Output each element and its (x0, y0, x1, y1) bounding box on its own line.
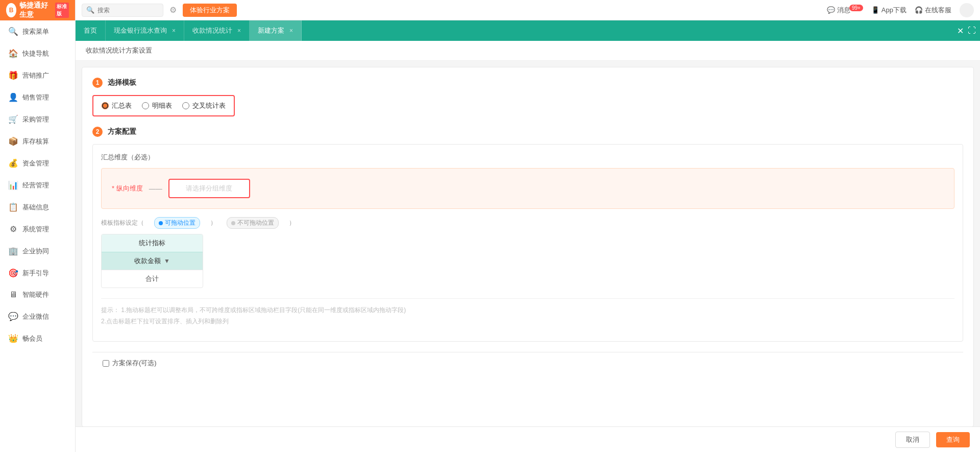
notification-icon: 💬 (827, 6, 835, 14)
radio-detail-input[interactable] (142, 102, 149, 109)
sidebar-label-wechat: 企业微信 (22, 312, 49, 321)
topbar: 🔍 ⚙ 体验行业方案 💬 消息 99+ 📱 App下载 🎧 在线客服 (76, 0, 980, 20)
tab-home-label: 首页 (84, 26, 97, 35)
search-icon: 🔍 (8, 27, 18, 36)
notification-item[interactable]: 💬 消息 99+ (827, 6, 863, 15)
tab-receipt[interactable]: 收款情况统计 × (184, 20, 250, 41)
tab-bank-label: 现金银行流水查询 (114, 26, 167, 35)
support-item[interactable]: 🎧 在线客服 (915, 6, 951, 15)
sidebar-item-guide[interactable]: 🎯 新手引导 (0, 262, 75, 284)
tip-item-2: 2.点击标题栏下拉可设置排序、插入列和删除列 (101, 316, 954, 327)
tab-newplan-label: 新建方案 (258, 26, 284, 35)
step2-header: 2 方案配置 (92, 127, 963, 137)
sidebar-label-purchase: 采购管理 (22, 115, 49, 124)
radio-cross[interactable]: 交叉统计表 (182, 101, 226, 110)
step2-number: 2 (92, 127, 103, 137)
sidebar-item-purchase[interactable]: 🛒 采购管理 (0, 108, 75, 130)
dimension-label: * 纵向维度 (112, 184, 143, 193)
tab-newplan-close[interactable]: × (289, 27, 293, 34)
stat-total-label: 合计 (145, 275, 159, 282)
sidebar-item-enterprise[interactable]: 🏢 企业协同 (0, 240, 75, 262)
step1-title: 选择模板 (108, 78, 136, 87)
save-option[interactable]: 方案保存(可选) (103, 359, 157, 368)
dimension-placeholder: 请选择分组维度 (186, 184, 232, 192)
query-button[interactable]: 查询 (936, 432, 970, 447)
crown-icon: 👑 (8, 334, 18, 343)
download-item[interactable]: 📱 App下载 (871, 6, 906, 15)
template-selection: 汇总表 明细表 交叉统计表 (92, 95, 235, 116)
tab-bank[interactable]: 现金银行流水查询 × (106, 20, 184, 41)
sidebar-item-member[interactable]: 👑 畅会员 (0, 327, 75, 349)
tabbar: 首页 现金银行流水查询 × 收款情况统计 × 新建方案 × ✕ ⛶ (76, 20, 980, 41)
gear-icon[interactable]: ⚙ (169, 5, 177, 15)
stat-title-label: 统计指标 (139, 239, 165, 248)
stat-amount-label: 收款金额 (134, 256, 161, 266)
sidebar-item-marketing[interactable]: 🎁 营销推广 (0, 64, 75, 86)
expand-icon[interactable]: ⛶ (968, 26, 976, 36)
tab-newplan[interactable]: 新建方案 × (250, 20, 302, 41)
chat-icon: 💬 (8, 312, 18, 321)
sidebar-item-inventory[interactable]: 📦 库存核算 (0, 130, 75, 152)
sidebar-item-operations[interactable]: 📊 经营管理 (0, 174, 75, 196)
user-avatar[interactable] (960, 3, 974, 17)
dimension-row: * 纵向维度 —— 请选择分组维度 (112, 179, 944, 198)
unmovable-dot (231, 221, 235, 225)
tabbar-controls: ✕ ⛶ (957, 26, 980, 36)
cart-icon: 🛒 (8, 114, 18, 124)
radio-summary-input[interactable] (102, 102, 109, 109)
step1-section: 1 选择模板 汇总表 明细表 交叉统计表 (92, 78, 963, 116)
search-box[interactable]: 🔍 (82, 4, 163, 17)
radio-detail[interactable]: 明细表 (142, 101, 172, 110)
unmovable-label: 不可拖动位置 (237, 219, 274, 227)
indicator-label-row: 模板指标设定（ 可拖动位置 ） 不可拖动位置 ） (101, 217, 954, 229)
sidebar-label-nav: 快捷导航 (22, 49, 49, 58)
main-content: 收款情况统计方案设置 1 选择模板 汇总表 明细表 交叉统计表 (76, 41, 980, 452)
sidebar-label-guide: 新手引导 (22, 269, 49, 278)
chevron-down-icon: ▼ (164, 257, 170, 265)
unmovable-badge: 不可拖动位置 (227, 217, 279, 229)
movable-label: 可拖动位置 (165, 219, 195, 227)
building-icon: 🏢 (8, 246, 18, 256)
save-checkbox-input[interactable] (103, 360, 109, 367)
search-input[interactable] (97, 7, 159, 14)
sidebar-item-nav[interactable]: 🏠 快捷导航 (0, 42, 75, 64)
sidebar-item-hardware[interactable]: 🖥 智能硬件 (0, 284, 75, 305)
radio-cross-label: 交叉统计表 (192, 101, 226, 110)
sidebar-label-system: 系统管理 (22, 225, 49, 234)
tab-home[interactable]: 首页 (76, 20, 106, 41)
notification-label: 消息 (837, 6, 850, 15)
save-label: 方案保存(可选) (112, 359, 157, 368)
indicator-end: ） (289, 219, 295, 227)
sidebar-item-system[interactable]: ⚙ 系统管理 (0, 218, 75, 240)
dimension-selector[interactable]: 请选择分组维度 (168, 179, 250, 198)
content-area: 1 选择模板 汇总表 明细表 交叉统计表 2 (82, 67, 974, 427)
dimension-arrow: —— (149, 185, 162, 193)
sidebar-item-search[interactable]: 🔍 搜索菜单 (0, 20, 75, 42)
list-icon: 📋 (8, 202, 18, 212)
cancel-button[interactable]: 取消 (895, 432, 930, 448)
stat-total-row: 合计 (102, 270, 203, 288)
tab-receipt-close[interactable]: × (237, 27, 241, 34)
radio-summary-label: 汇总表 (112, 101, 132, 110)
sidebar-item-wechat[interactable]: 💬 企业微信 (0, 305, 75, 327)
step2-title: 方案配置 (108, 127, 136, 136)
step1-number: 1 (92, 78, 103, 88)
page-title: 收款情况统计方案设置 (86, 46, 152, 54)
trial-btn[interactable]: 体验行业方案 (183, 4, 237, 17)
gear-icon: ⚙ (8, 224, 18, 234)
close-window-icon[interactable]: ✕ (957, 26, 964, 36)
sidebar-label-sales: 销售管理 (22, 93, 49, 102)
sidebar-label-inventory: 库存核算 (22, 137, 49, 146)
sidebar-label-operations: 经营管理 (22, 181, 49, 190)
indicator-settings: 模板指标设定（ 可拖动位置 ） 不可拖动位置 ） (101, 217, 954, 288)
indicator-mid: ） (210, 219, 216, 227)
tab-bank-close[interactable]: × (172, 27, 176, 34)
stat-amount-header[interactable]: 收款金额 ▼ (102, 252, 203, 270)
sidebar-item-finance[interactable]: 💰 资金管理 (0, 152, 75, 174)
stat-header-cell[interactable]: 统计指标 (102, 234, 203, 252)
radio-summary[interactable]: 汇总表 (102, 101, 132, 110)
sidebar-label-marketing: 营销推广 (22, 71, 49, 80)
sidebar-item-sales[interactable]: 👤 销售管理 (0, 86, 75, 108)
sidebar-item-basic-info[interactable]: 📋 基础信息 (0, 196, 75, 218)
radio-cross-input[interactable] (182, 102, 189, 109)
